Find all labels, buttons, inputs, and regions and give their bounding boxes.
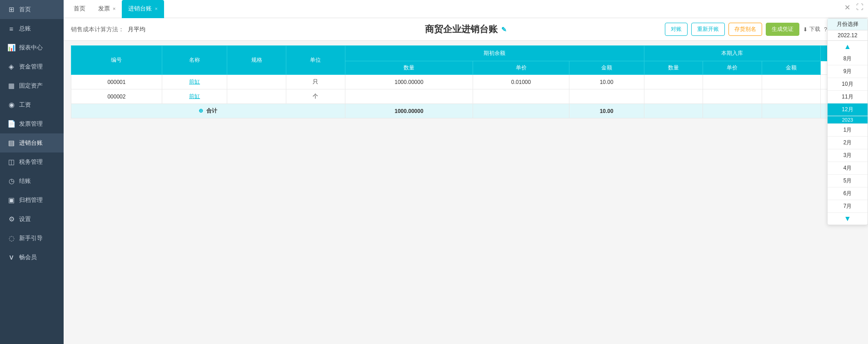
sidebar-item-funds[interactable]: ◈ 资金管理 [0,57,64,76]
total-rk-price [703,104,762,118]
sidebar-item-label: 报表中心 [19,44,43,52]
sidebar-item-archive[interactable]: ▣ 归档管理 [0,191,64,210]
total-rk-amount [762,104,821,118]
tab-invoice[interactable]: 发票 × [92,0,122,18]
month-4[interactable]: 4月 [828,162,868,175]
cell-name: 前缸 [162,75,227,89]
month-10[interactable]: 10月 [828,78,868,91]
th-name: 名称 [162,46,227,75]
sidebar-item-close[interactable]: ◷ 结账 [0,172,64,191]
month-6[interactable]: 6月 [828,187,868,200]
close-window-button[interactable]: ✕ [843,3,852,12]
product-name-link[interactable]: 前缸 [189,79,200,85]
invoice-mgmt-icon: 📄 [7,120,15,128]
maximize-window-button[interactable]: ⛶ [855,3,864,12]
sidebar-item-label: 发票管理 [19,120,43,128]
sidebar-item-assets[interactable]: ▦ 固定资产 [0,76,64,95]
sidebar-item-home[interactable]: ⊞ 首页 [0,0,64,19]
cell-id: 000001 [71,75,162,89]
sidebar-item-salary[interactable]: ◉ 工资 [0,95,64,114]
sidebar-item-tax[interactable]: ◫ 税务管理 [0,152,64,172]
save-alias-button[interactable]: 存货别名 [728,23,762,36]
reports-icon: 📊 [7,44,15,52]
month-panel-title: 月份选择 [837,20,858,28]
help-icon: ? [824,26,827,33]
month-up-arrow[interactable]: ▲ [842,43,853,51]
cell-spec [227,75,286,89]
sidebar-item-settings[interactable]: ⚙ 设置 [0,210,64,229]
table-container: 编号 名称 规格 单位 期初余额 本期入库 数 数量 单价 金额 数量 单价 [64,41,868,344]
cell-qi-price [473,89,569,104]
month-3[interactable]: 3月 [828,149,868,162]
reopen-button[interactable]: 重新开账 [691,23,725,36]
th-qi-amount: 金额 [569,61,644,75]
sidebar-item-reports[interactable]: 📊 报表中心 [0,38,64,57]
product-name-link[interactable]: 前缸 [189,93,200,99]
sidebar-item-label: 进销台账 [19,139,43,147]
sidebar-item-stock-ledger[interactable]: ▤ 进销台账 [0,133,64,152]
month-panel: 月份选择 2022.12 ▲ 8月 9月 10月 11月 12月 2023 1月… [827,18,868,225]
tab-stock-ledger-label: 进销台账 [128,5,152,13]
th-qi-price: 单价 [473,61,569,75]
reconcile-button[interactable]: 对账 [665,23,688,36]
cell-qi-amount: 10.00 [569,75,644,89]
tab-bar: 首页 发票 × 进销台账 × [64,0,868,18]
download-icon: ⬇ [803,26,808,33]
sidebar-item-label: 归档管理 [19,196,43,204]
month-8[interactable]: 8月 [828,53,868,65]
cost-method-label: 销售成本计算方法： [71,25,124,34]
stock-ledger-icon: ▤ [7,139,15,147]
archive-icon: ▣ [7,196,15,204]
tab-stock-ledger-close[interactable]: × [155,6,157,11]
edit-title-icon[interactable]: ✎ [501,26,507,33]
month-panel-nav-down: ▼ [828,213,868,225]
total-qi-amount: 10.00 [569,104,644,118]
sidebar-item-member[interactable]: V 畅会员 [0,248,64,267]
sidebar-item-ledger[interactable]: ≡ 总账 [0,19,64,38]
month-2[interactable]: 2月 [828,137,868,149]
tab-stock-ledger[interactable]: 进销台账 × [122,0,164,18]
month-9[interactable]: 9月 [828,65,868,78]
tab-invoice-label: 发票 [98,5,110,13]
month-down-arrow[interactable]: ▼ [842,215,853,223]
total-row: ⊕ 合计 1000.00000 10.00 [71,104,861,118]
tab-home[interactable]: 首页 [67,0,92,18]
month-11[interactable]: 11月 [828,91,868,103]
th-rk-qty: 数量 [644,61,703,75]
sidebar-item-label: 新手引导 [19,234,43,242]
tab-invoice-close[interactable]: × [113,6,115,11]
salary-icon: ◉ [7,101,15,109]
cell-qi-amount [569,89,644,104]
table-row: 000001 前缸 只 1000.00000 0.01000 10.00 [71,75,861,89]
month-12[interactable]: 12月 [828,103,868,116]
cell-unit: 个 [286,89,345,104]
member-icon: V [7,254,15,261]
month-1[interactable]: 1月 [828,124,868,137]
guide-icon: ◌ [7,234,15,242]
settings-icon: ⚙ [7,215,15,223]
generate-voucher-button[interactable]: 生成凭证 [766,23,799,36]
th-opening-balance: 期初余额 [345,46,644,61]
stock-table: 编号 名称 规格 单位 期初余额 本期入库 数 数量 单价 金额 数量 单价 [71,45,861,118]
cell-rk-amount [762,89,821,104]
sidebar-item-guide[interactable]: ◌ 新手引导 [0,229,64,248]
toolbar: 销售成本计算方法： 月平均 商贸企业进销台账 ✎ 对账 重新开账 存货别名 生成… [64,18,868,41]
download-button[interactable]: ⬇ 下载 [803,25,820,33]
th-qi-qty: 数量 [345,61,473,75]
th-id: 编号 [71,46,162,75]
month-5[interactable]: 5月 [828,175,868,187]
total-qi-price [473,104,569,118]
sidebar-item-invoice-mgmt[interactable]: 📄 发票管理 [0,114,64,133]
sidebar-item-label: 税务管理 [19,158,43,166]
cell-unit: 只 [286,75,345,89]
ledger-icon: ≡ [7,25,15,33]
sidebar-item-label: 设置 [19,215,31,223]
assets-icon: ▦ [7,82,15,90]
month-panel-nav-up: ▲ [828,41,868,53]
cell-qi-qty [345,89,473,104]
th-unit: 单位 [286,46,345,75]
close-accounts-icon: ◷ [7,177,15,185]
month-7[interactable]: 7月 [828,200,868,213]
cell-rk-qty [644,75,703,89]
year-2023-badge: 2023 [828,116,868,124]
